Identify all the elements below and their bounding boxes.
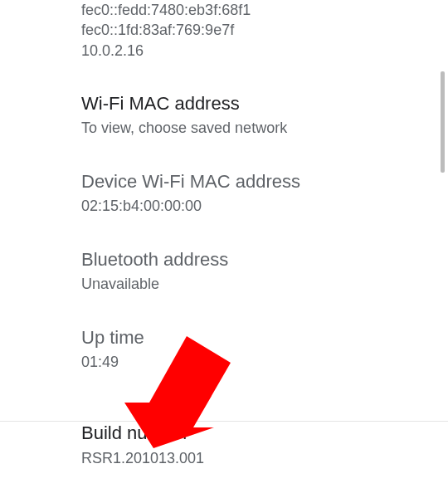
uptime-row[interactable]: Up time 01:49 — [81, 326, 419, 373]
scrollbar-thumb[interactable] — [441, 71, 445, 173]
bluetooth-title: Bluetooth address — [81, 248, 419, 272]
uptime-title: Up time — [81, 326, 419, 350]
device-wifi-mac-row[interactable]: Device Wi-Fi MAC address 02:15:b4:00:00:… — [81, 170, 419, 217]
bluetooth-value: Unavailable — [81, 274, 419, 294]
build-number-title: Build number — [81, 422, 419, 446]
bluetooth-row[interactable]: Bluetooth address Unavailable — [81, 248, 419, 295]
device-wifi-mac-title: Device Wi-Fi MAC address — [81, 170, 419, 194]
wifi-mac-title: Wi-Fi MAC address — [81, 92, 419, 116]
device-wifi-mac-value: 02:15:b4:00:00:00 — [81, 196, 419, 216]
build-number-row[interactable]: Build number RSR1.201013.001 — [81, 422, 419, 468]
wifi-mac-subtitle: To view, choose saved network — [81, 118, 419, 138]
uptime-value: 01:49 — [81, 352, 419, 372]
ip-address-values: fec0::fedd:7480:eb3f:68f1 fec0::1fd:83af… — [81, 0, 419, 61]
wifi-mac-row[interactable]: Wi-Fi MAC address To view, choose saved … — [81, 92, 419, 139]
build-number-value: RSR1.201013.001 — [81, 448, 419, 468]
